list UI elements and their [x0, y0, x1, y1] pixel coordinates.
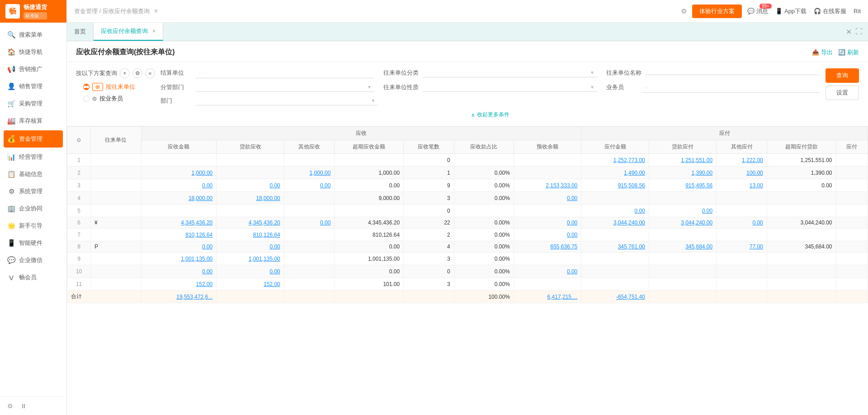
footer-ar-ratio: 100.00% [454, 291, 514, 303]
filter-field-settlement: 结算单位 ··· [160, 67, 374, 78]
dept-input[interactable]: ▼ [196, 83, 374, 92]
table-row: 1 01,252,773.001,251,551.001,222.001,251… [67, 154, 868, 167]
breadcrumb-arrow: ▼ [153, 8, 159, 14]
sidebar-logo: 畅 畅捷通货 标准版 [0, 0, 66, 23]
sidebar-nav: 🔍 搜索菜单 🏠 快捷导航 📢 营销推广 👤 销售管理 🛒 采购管理 🏭 库存核… [0, 23, 66, 396]
finance-icon: 💰 [7, 135, 15, 143]
table-row: 7 810,126.64810,126.64810,126.6420.00%0.… [67, 229, 868, 241]
service-icon: 🎧 [814, 8, 821, 14]
sidebar-item-marketing[interactable]: 📢 营销推广 [0, 61, 66, 78]
warehouse-icon: 🏭 [7, 117, 15, 125]
app-download-button[interactable]: 📱 App下载 [775, 7, 807, 15]
filter-field-dept: 分管部门 ▼ [160, 82, 374, 93]
col-ar-other: 其他应收 [284, 140, 335, 154]
unit-category-input[interactable]: ▼ [422, 68, 597, 77]
sidebar-item-member[interactable]: V 畅会员 [0, 269, 66, 286]
table-row: 9 1,001,135.001,001,135.001,001,135.0030… [67, 253, 868, 265]
sidebar-item-purchase[interactable]: 🛒 采购管理 [0, 95, 66, 112]
tab-close-icon[interactable]: × [152, 28, 156, 34]
refresh-icon: 🔄 [838, 49, 845, 56]
col-group-receivable: 应收 [141, 127, 581, 140]
sidebar-item-basic-info[interactable]: 📋 基础信息 [0, 166, 66, 183]
unit-name-input[interactable] [645, 71, 820, 75]
dept-chevron-icon: ▼ [367, 85, 372, 90]
sidebar-item-enterprise[interactable]: 🏢 企业协同 [0, 200, 66, 217]
table-row: 6¥4,345,436.204,345,436.200.004,345,436.… [67, 217, 868, 229]
user-button[interactable]: Rit [854, 8, 861, 14]
table-row: 2 1,000.001,000.001,000.0010.00%1,490.00… [67, 167, 868, 179]
scheme-option-by-unit[interactable]: ⊕ 按往来单位 [80, 82, 155, 92]
tabbar: 首页 应收应付余额查询 × ✕ ⛶ [67, 23, 868, 41]
dept2-chevron-icon: ▼ [371, 98, 376, 103]
sidebar-item-operations[interactable]: 📊 经营管理 [0, 148, 66, 166]
refresh-button[interactable]: 🔄 刷新 [838, 48, 859, 57]
filter-fields: 结算单位 ··· 往来单位分类 ▼ [160, 67, 820, 120]
scheme-option-by-staff[interactable]: ⊙ 按业务员 [80, 94, 155, 104]
online-service-button[interactable]: 🎧 在线客服 [814, 7, 846, 15]
salesperson-input[interactable]: ··· [642, 82, 820, 93]
tab-home[interactable]: 首页 [67, 23, 94, 40]
table-config-col[interactable]: ⚙ [67, 127, 91, 154]
tab-maximize-icon[interactable]: ⛶ [855, 28, 863, 36]
scheme-options: ⊕ 按往来单位 ⊙ 按业务员 [80, 82, 155, 104]
operations-icon: 📊 [7, 153, 15, 161]
query-button[interactable]: 查询 [826, 68, 859, 83]
footer-collapse-btn[interactable]: ⏸ [20, 402, 27, 410]
tab-close-window-icon[interactable]: ✕ [846, 28, 852, 36]
nature-chevron-icon: ▼ [590, 85, 594, 90]
settlement-input[interactable]: ··· [196, 67, 374, 78]
footer-ap-total[interactable]: -654,751.40 [581, 291, 649, 303]
collapse-scheme-button[interactable]: « [145, 68, 155, 78]
scheme-actions: + ⚙ « [120, 68, 155, 78]
footer-ar-prepay[interactable]: 6,417,215.... [514, 291, 581, 303]
unit-option-icon: ⊕ [92, 83, 103, 91]
system-icon: ⚙ [7, 187, 15, 196]
radio-by-unit [83, 84, 90, 90]
export-button[interactable]: 📤 导出 [812, 48, 833, 57]
app-icon: 📱 [775, 8, 783, 14]
col-ar-count: 应收笔数 [404, 140, 454, 154]
sidebar-item-wechat[interactable]: 💬 企业微信 [0, 252, 66, 269]
sidebar-item-hardware[interactable]: 📱 智能硬件 [0, 234, 66, 252]
message-button[interactable]: 💬 消息 99+ [747, 7, 768, 15]
sidebar-item-guide[interactable]: 🌟 新手引导 [0, 217, 66, 234]
sidebar-item-sales[interactable]: 👤 销售管理 [0, 78, 66, 95]
filter-field-unit-nature: 往来单位性质 ▼ [383, 82, 597, 93]
search-menu-icon: 🔍 [7, 31, 15, 39]
footer-ar-total[interactable]: 19,553,472,6... [141, 291, 217, 303]
collapse-button[interactable]: ∧ 收起更多条件 [160, 109, 820, 120]
topbar-gear-icon[interactable]: ⚙ [681, 7, 687, 15]
sidebar-item-search-menu[interactable]: 🔍 搜索菜单 [0, 26, 66, 43]
table-row: 11 152.00152.00101.0030.00% [67, 278, 868, 291]
tab-query[interactable]: 应收应付余额查询 × [94, 23, 163, 41]
footer-settings-btn[interactable]: ⚙ [7, 402, 13, 410]
marketing-icon: 📢 [7, 65, 15, 73]
data-table: ⚙ 往来单位 应收 应付 应收金额 贷款应收 其他应收 超期应收金额 应收笔数 … [67, 126, 868, 303]
setting-button[interactable]: 设置 [826, 86, 859, 100]
sales-icon: 👤 [7, 82, 15, 91]
col-header-unit: 往来单位 [91, 127, 142, 154]
hardware-icon: 📱 [7, 239, 15, 247]
staff-option-icon: ⊙ [92, 95, 97, 102]
wechat-icon: 💬 [7, 256, 15, 264]
filter-scheme-label: 按以下方案查询 [76, 69, 117, 77]
col-ap-amount: 应付金额 [581, 140, 649, 154]
topbar-right: 💬 消息 99+ 📱 App下载 🎧 在线客服 Rit [747, 7, 861, 15]
col-ar-prepay: 预收余额 [514, 140, 581, 154]
edit-scheme-button[interactable]: ⚙ [132, 68, 142, 78]
department-input[interactable]: ▼ [196, 96, 378, 105]
sidebar-item-warehouse[interactable]: 🏭 库存核算 [0, 112, 66, 129]
filter-field-unit-name: 往来单位名称 [606, 67, 820, 78]
unit-nature-input[interactable]: ▼ [422, 83, 597, 92]
topbar: 资金管理 / 应收应付余额查询 ▼ ⚙ 体验行业方案 💬 消息 99+ 📱 Ap… [67, 0, 868, 23]
filter-row-2: 分管部门 ▼ 往来单位性质 ▼ [160, 82, 820, 93]
export-icon: 📤 [812, 49, 819, 56]
col-ap-loan: 贷款应付 [649, 140, 716, 154]
promo-button[interactable]: 体验行业方案 [692, 5, 742, 18]
sidebar-item-system[interactable]: ⚙ 系统管理 [0, 183, 66, 200]
logo-icon: 畅 [5, 4, 20, 19]
sidebar-item-quick-nav[interactable]: 🏠 快捷导航 [0, 43, 66, 61]
table-area: ⚙ 往来单位 应收 应付 应收金额 贷款应收 其他应收 超期应收金额 应收笔数 … [67, 126, 868, 415]
sidebar-item-finance[interactable]: 💰 资金管理 [4, 130, 63, 148]
add-scheme-button[interactable]: + [120, 68, 130, 78]
